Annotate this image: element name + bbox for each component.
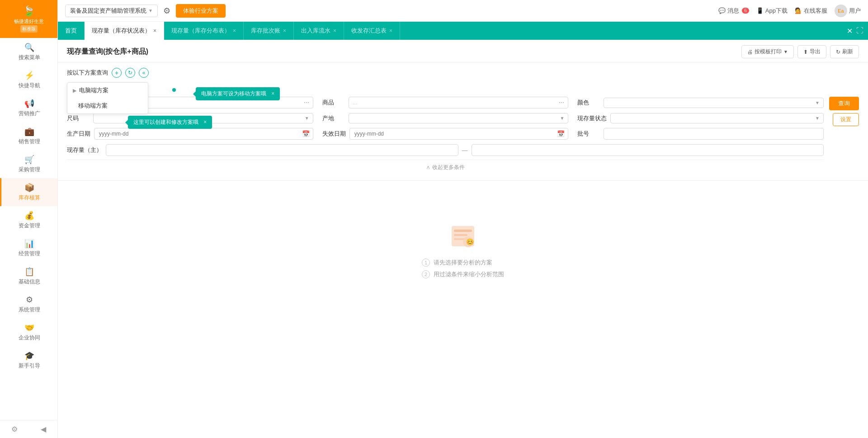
settings-filter-btn[interactable]: 设置 <box>833 113 859 126</box>
tooltip2-text: 这里可以创建和修改方案哦 <box>133 119 198 125</box>
batch-label: 批号 <box>577 130 600 138</box>
inventory-icon: 📦 <box>24 183 34 193</box>
collapse-sidebar-btn[interactable]: ◀ <box>41 425 46 433</box>
quicknav-icon: ⚡ <box>24 71 34 80</box>
expire-date-label: 失效日期 <box>322 130 346 138</box>
sales-icon: 💼 <box>24 127 34 137</box>
logo-tag: 标准版 <box>20 25 38 33</box>
collapse-icon: ∧ <box>426 164 432 170</box>
sidebar-item-label: 库存核算 <box>19 194 40 202</box>
tabbar: 首页 现存量（库存状况表） × 现存量（库存分布表） × 库存批次账 × 出入库… <box>58 22 868 40</box>
product-value: ... <box>353 99 559 106</box>
page-actions: 🖨 按模板打印 ▼ ⬆ 导出 ↻ 刷新 <box>741 45 859 58</box>
page-header: 现存量查询(按仓库+商品) 🖨 按模板打印 ▼ ⬆ 导出 ↻ 刷新 <box>58 40 868 62</box>
sidebar-item-system[interactable]: ⚙ 系统管理 <box>0 290 57 318</box>
online-support-label: 在线客服 <box>804 7 827 15</box>
sidebar-item-label: 系统管理 <box>19 306 40 314</box>
notifications-label: 消息 <box>727 7 739 15</box>
experience-btn[interactable]: 体验行业方案 <box>176 4 226 18</box>
size-label: 尺码 <box>67 114 90 122</box>
sidebar-item-marketing[interactable]: 📢 营销推广 <box>0 94 57 122</box>
origin-chevron-icon: ▼ <box>560 116 564 121</box>
warehouse-more-icon: ⋯ <box>304 99 309 106</box>
system-selector[interactable]: 装备及固定资产辅助管理系统 ▼ <box>65 5 158 17</box>
filter-item-stock-status: 现存量状态 ▼ <box>577 113 824 123</box>
batch-input[interactable] <box>604 128 824 140</box>
print-btn[interactable]: 🖨 按模板打印 ▼ <box>741 45 794 58</box>
scheme-item-pc[interactable]: ▶ 电脑端方案 <box>67 83 148 98</box>
tab-collect-summary-label: 收发存汇总表 <box>351 27 387 35</box>
sidebar-item-sales[interactable]: 💼 销售管理 <box>0 122 57 150</box>
filter-row-4: 现存量（主） — <box>67 144 824 156</box>
svg-rect-1 <box>454 230 472 232</box>
sidebar-item-operations[interactable]: 📊 经营管理 <box>0 234 57 262</box>
produce-date-input[interactable] <box>94 128 313 140</box>
sidebar-item-newbie[interactable]: 🎓 新手引导 <box>0 346 57 374</box>
back-scheme-btn[interactable]: « <box>139 68 149 78</box>
filter-item-product: 商品 ... ⋯ <box>322 97 569 108</box>
tab-inventory-dist-close[interactable]: × <box>233 28 236 34</box>
sidebar-item-enterprise[interactable]: 🤝 企业协同 <box>0 318 57 346</box>
sidebar-item-inventory[interactable]: 📦 库存核算 <box>0 178 57 206</box>
size-chevron-icon: ▼ <box>305 116 309 121</box>
export-icon: ⬆ <box>803 49 808 55</box>
sidebar-item-label: 资金管理 <box>19 222 40 230</box>
tooltip2-close-btn[interactable]: × <box>203 119 207 125</box>
tab-in-out-flow-close[interactable]: × <box>333 28 336 34</box>
empty-illustration: 😊 <box>445 217 481 253</box>
color-label: 颜色 <box>577 99 600 107</box>
step-2-num: 2 <box>422 270 430 278</box>
user-menu-btn[interactable]: Ea 用户 <box>835 5 861 17</box>
refresh-scheme-btn[interactable]: ↻ <box>125 68 135 78</box>
color-chevron-icon: ▼ <box>815 100 820 105</box>
step-1-text: 请先选择要分析的方案 <box>434 259 492 267</box>
expire-date-calendar-icon[interactable]: 📅 <box>557 130 565 137</box>
scheme-list: ▶ 电脑端方案 移动端方案 <box>67 82 148 114</box>
empty-state: 😊 1 请先选择要分析的方案 2 用过滤条件来缩小分析范围 <box>58 181 868 315</box>
tooltip1-close-btn[interactable]: × <box>271 90 274 97</box>
tab-collect-summary[interactable]: 收发存汇总表 × <box>344 22 400 40</box>
notifications-btn[interactable]: 💬 消息 6 <box>718 7 749 15</box>
collapse-label: 收起更多条件 <box>432 164 465 170</box>
collapse-filter-btn[interactable]: ∧ 收起更多条件 <box>67 160 824 175</box>
tab-home[interactable]: 首页 <box>58 22 85 40</box>
tab-batch-ledger-label: 库存批次账 <box>251 27 280 35</box>
tab-batch-ledger-close[interactable]: × <box>283 28 286 34</box>
sidebar-item-purchase[interactable]: 🛒 采购管理 <box>0 150 57 178</box>
topbar-gear-icon[interactable]: ⚙ <box>163 6 170 16</box>
produce-date-label: 生产日期 <box>67 130 90 138</box>
export-btn[interactable]: ⬆ 导出 <box>797 45 826 58</box>
sidebar-item-label: 基础信息 <box>19 278 40 286</box>
expire-date-input[interactable] <box>349 128 569 140</box>
tab-in-out-flow[interactable]: 出入库流水 × <box>294 22 344 40</box>
tab-batch-ledger[interactable]: 库存批次账 × <box>244 22 294 40</box>
search-btn-area: 查询 设置 <box>829 83 859 175</box>
online-support-btn[interactable]: 💁 在线客服 <box>795 7 827 15</box>
svg-text:😊: 😊 <box>466 238 474 246</box>
tab-collect-summary-close[interactable]: × <box>389 28 392 34</box>
add-scheme-btn[interactable]: + <box>112 68 122 78</box>
sidebar-item-search[interactable]: 🔍 搜索菜单 <box>0 38 57 66</box>
tab-inventory-status-close[interactable]: × <box>153 28 156 34</box>
refresh-btn[interactable]: ↻ 刷新 <box>830 45 859 58</box>
search-btn[interactable]: 查询 <box>829 97 859 110</box>
empty-step-1: 1 请先选择要分析的方案 <box>422 259 504 267</box>
settings-footer-btn[interactable]: ⚙ <box>11 425 18 433</box>
sidebar-item-quicknav[interactable]: ⚡ 快捷导航 <box>0 66 57 94</box>
filter-item-origin: 产地 ▼ <box>322 113 569 123</box>
scheme-item-mobile[interactable]: 移动端方案 <box>67 98 148 113</box>
expand-icon[interactable]: ⛶ <box>856 27 863 35</box>
close-all-tabs-icon[interactable]: ✕ <box>847 27 853 35</box>
sidebar-item-label: 销售管理 <box>19 138 40 146</box>
sidebar-item-finance[interactable]: 💰 资金管理 <box>0 206 57 234</box>
stock-qty-max-input[interactable] <box>472 144 824 156</box>
produce-date-calendar-icon[interactable]: 📅 <box>302 130 310 137</box>
app-download-btn[interactable]: 📱 App下载 <box>756 7 788 15</box>
refresh-icon: ↻ <box>836 49 840 55</box>
tab-in-out-flow-label: 出入库流水 <box>301 27 330 35</box>
tab-inventory-status[interactable]: 现存量（库存状况表） × <box>85 22 164 40</box>
tab-inventory-dist[interactable]: 现存量（库存分布表） × <box>164 22 244 40</box>
search-icon: 🔍 <box>24 42 34 52</box>
stock-qty-min-input[interactable] <box>106 144 458 156</box>
sidebar-item-basic[interactable]: 📋 基础信息 <box>0 262 57 290</box>
